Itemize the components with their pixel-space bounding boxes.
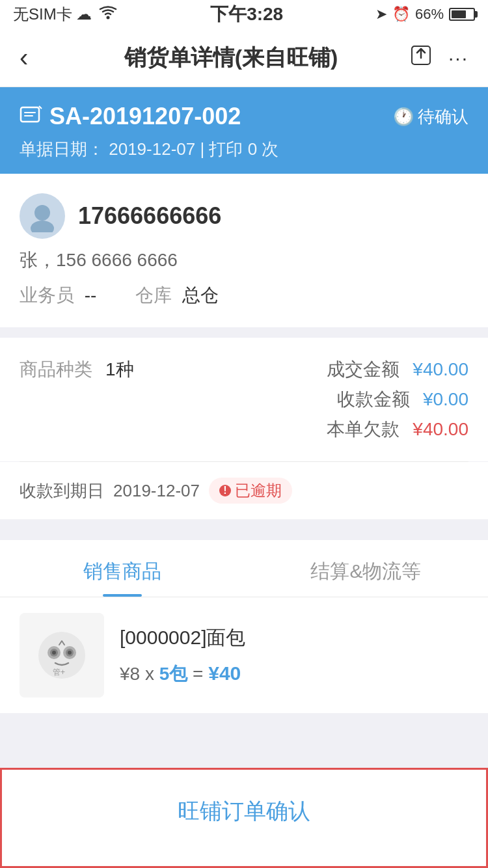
- divider-3: [0, 519, 488, 530]
- battery-icon: [449, 8, 475, 21]
- wifi-icon: [98, 5, 118, 23]
- overdue-badge: ! 已逾期: [209, 478, 292, 504]
- page-title: 销货单详情(来自旺铺): [59, 43, 403, 73]
- confirm-order-button[interactable]: 旺铺订单确认: [21, 783, 467, 840]
- customer-phone: 17666666666: [78, 202, 221, 230]
- battery-percent: 66%: [415, 6, 444, 23]
- sim-label: 无SIM卡 ☁: [13, 4, 92, 25]
- tabs-container: 销售商品 结算&物流等: [0, 540, 488, 597]
- clock-icon: 🕐: [393, 107, 414, 127]
- due-date-section: 收款到期日 2019-12-07 ! 已逾期: [0, 462, 488, 519]
- status-time: 下午3:28: [210, 2, 283, 27]
- svg-rect-2: [21, 107, 39, 122]
- svg-text:管+: 管+: [53, 668, 65, 677]
- divider-1: [0, 327, 488, 338]
- nav-bar: ‹ 销货单详情(来自旺铺) ···: [0, 29, 488, 87]
- warehouse-info: 仓库 总仓: [135, 283, 219, 308]
- product-price: ¥8 x 5包 = ¥40: [120, 662, 468, 686]
- product-name: [0000002]面包: [120, 625, 468, 651]
- avatar: [20, 193, 65, 239]
- location-icon: ➤: [375, 6, 387, 23]
- svg-point-4: [31, 221, 54, 232]
- sales-info: 业务员 --: [20, 283, 96, 308]
- product-item: 管+ [0000002]面包 ¥8 x 5包 = ¥40: [0, 597, 488, 713]
- order-date: 单据日期： 2019-12-07 | 打印 0 次: [20, 138, 468, 161]
- bottom-btn-container: 旺铺订单确认: [0, 768, 488, 868]
- status-right: ➤ ⏰ 66%: [375, 6, 475, 23]
- back-button[interactable]: ‹: [20, 43, 59, 72]
- nav-right-actions: ···: [403, 44, 468, 72]
- customer-sub: 张，156 6666 6666: [20, 248, 468, 273]
- svg-point-10: [52, 651, 56, 655]
- more-icon[interactable]: ···: [448, 47, 468, 69]
- alarm-icon: ⏰: [392, 6, 410, 23]
- summary-section: 商品种类 1种 成交金额 ¥40.00 收款金额 ¥0.00 本单欠款 ¥40.…: [0, 338, 488, 461]
- product-type-info: 商品种类 1种: [20, 357, 134, 382]
- tab-settlement[interactable]: 结算&物流等: [244, 540, 488, 597]
- deal-amount-row: 成交金额 ¥40.00: [327, 357, 468, 382]
- due-date: 2019-12-07: [113, 481, 200, 501]
- owed-amount-row: 本单欠款 ¥40.00: [327, 417, 468, 442]
- overdue-icon: !: [219, 485, 231, 496]
- status-left: 无SIM卡 ☁: [13, 4, 118, 25]
- customer-meta: 业务员 -- 仓库 总仓: [20, 283, 468, 308]
- customer-section: 17666666666 张，156 6666 6666 业务员 -- 仓库 总仓: [0, 174, 488, 327]
- svg-point-0: [107, 16, 110, 20]
- due-label: 收款到期日: [20, 480, 104, 502]
- order-icon: [20, 103, 43, 130]
- amount-info: 成交金额 ¥40.00 收款金额 ¥0.00 本单欠款 ¥40.00: [327, 357, 468, 442]
- product-info: [0000002]面包 ¥8 x 5包 = ¥40: [120, 625, 468, 686]
- share-icon[interactable]: [409, 44, 433, 72]
- tab-sales-product[interactable]: 销售商品: [0, 540, 244, 597]
- product-thumbnail: 管+: [20, 613, 104, 698]
- svg-point-11: [68, 651, 72, 655]
- status-bar: 无SIM卡 ☁ 下午3:28 ➤ ⏰ 66%: [0, 0, 488, 29]
- received-amount-row: 收款金额 ¥0.00: [337, 387, 468, 412]
- order-id: SA-20191207-002: [20, 103, 241, 130]
- svg-point-3: [34, 205, 50, 221]
- order-status: 🕐 待确认: [393, 105, 468, 128]
- order-header: SA-20191207-002 🕐 待确认 单据日期： 2019-12-07 |…: [0, 87, 488, 174]
